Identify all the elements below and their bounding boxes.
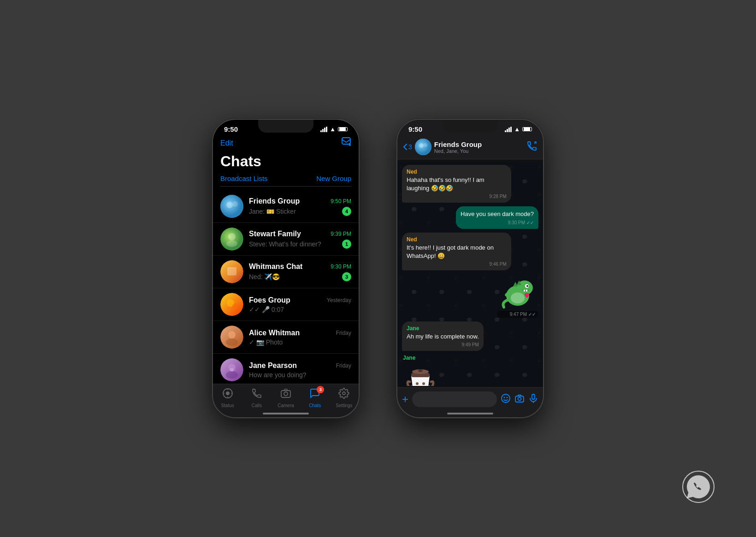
- svg-point-31: [419, 143, 424, 148]
- chat-item-jane-pearson[interactable]: Jane Pearson Friday How are you doing?: [213, 354, 359, 386]
- msg-sender-ned: Ned: [407, 169, 507, 175]
- svg-rect-10: [227, 267, 236, 275]
- tab-settings[interactable]: Settings: [330, 388, 359, 408]
- chat-detail-info: Friends Group Ned, Jane, You: [434, 140, 524, 154]
- signal-bar: [505, 130, 506, 132]
- mic-button[interactable]: [528, 393, 538, 405]
- whatsapp-logo-svg: [682, 471, 715, 503]
- signal-bar-4: [326, 127, 327, 132]
- camera-input-button[interactable]: [514, 393, 525, 405]
- chat-time: Friday: [336, 362, 351, 369]
- sticker-button[interactable]: [501, 393, 511, 405]
- msg-sender-jane-sticker: Jane: [402, 355, 439, 361]
- chat-top-row: Stewart Family 9:39 PM: [249, 230, 351, 238]
- svg-marker-40: [513, 282, 518, 286]
- svg-point-43: [511, 292, 525, 304]
- message-ned-1: Ned Hahaha that's so funny!! I am laughi…: [402, 165, 511, 203]
- chat-preview: ✓ 📷 Photo: [249, 339, 283, 346]
- chat-item-whitmans[interactable]: Whitmans Chat 9:30 PM Ned: ✈️😎 3: [213, 256, 359, 288]
- chat-top-row: Jane Pearson Friday: [249, 362, 351, 370]
- msg-sender-jane: Jane: [407, 325, 479, 332]
- chat-bottom-row: How are you doing?: [249, 371, 351, 379]
- chat-badge: 4: [342, 207, 351, 216]
- chat-badge: 1: [342, 239, 351, 249]
- chats-title: Chats: [220, 153, 351, 173]
- chat-list: Friends Group 9:50 PM Jane: 🎫 Sticker 4: [213, 190, 359, 386]
- status-icons-left: ▲: [320, 126, 348, 133]
- sticker-dino: 9:47 PM ✓✓: [497, 274, 538, 318]
- calls-tab-icon: [251, 388, 262, 402]
- plus-button[interactable]: +: [402, 393, 408, 406]
- chat-time: 9:39 PM: [331, 231, 351, 237]
- wifi-icon: ▲: [330, 126, 336, 133]
- right-phone: 9:50 ▲: [396, 119, 544, 418]
- chat-preview: How are you doing?: [249, 371, 307, 379]
- svg-point-16: [226, 339, 238, 346]
- svg-point-28: [284, 392, 288, 396]
- back-button[interactable]: 3: [403, 143, 412, 151]
- phones-container: 9:50 ▲ Edit: [212, 119, 544, 418]
- signal-bars: [320, 127, 327, 132]
- chat-preview: ✓✓ 🎤 0:07: [249, 306, 284, 313]
- tab-status[interactable]: Status: [213, 388, 242, 408]
- signal-bar-3: [324, 128, 325, 132]
- right-phone-screen: 9:50 ▲: [397, 120, 543, 417]
- compose-button[interactable]: [341, 137, 351, 149]
- chat-content-whitmans: Whitmans Chat 9:30 PM Ned: ✈️😎 3: [249, 263, 351, 281]
- msg-time-jane-1: 9:49 PM: [407, 342, 479, 347]
- svg-point-49: [422, 382, 425, 385]
- chat-preview: Jane: 🎫 Sticker: [249, 208, 296, 215]
- edit-button[interactable]: Edit: [220, 139, 233, 147]
- svg-point-8: [226, 240, 237, 247]
- tab-camera[interactable]: Camera: [271, 388, 300, 408]
- battery-fill: [339, 128, 346, 131]
- msg-time-ned-2: 9:46 PM: [407, 262, 507, 267]
- chat-item-alice-whitman[interactable]: Alice Whitman Friday ✓ 📷 Photo: [213, 321, 359, 354]
- svg-point-13: [232, 303, 238, 309]
- avatar-jane-pearson: [220, 358, 243, 381]
- tab-calls[interactable]: Calls: [242, 388, 271, 408]
- chat-top-row: Alice Whitman Friday: [249, 329, 351, 337]
- new-group-link[interactable]: New Group: [316, 175, 351, 182]
- messages-area: Ned Hahaha that's so funny!! I am laughi…: [397, 161, 543, 386]
- chat-item-friends-group[interactable]: Friends Group 9:50 PM Jane: 🎫 Sticker 4: [213, 190, 359, 223]
- sticker-coffee: Jane: [402, 355, 439, 386]
- message-input[interactable]: [412, 391, 497, 407]
- back-count: 3: [408, 143, 412, 151]
- svg-point-37: [526, 285, 528, 287]
- chat-name: Foes Group: [249, 296, 290, 304]
- chat-content-friends-group: Friends Group 9:50 PM Jane: 🎫 Sticker 4: [249, 197, 351, 216]
- coffee-svg: [404, 364, 437, 386]
- avatar-alice-whitman: [220, 326, 243, 349]
- svg-rect-38: [524, 290, 525, 292]
- avatar-foes-group: [220, 293, 243, 316]
- signal-bar: [508, 128, 510, 132]
- chat-name: Stewart Family: [249, 230, 301, 238]
- signal-bar: [510, 127, 512, 132]
- tab-chats[interactable]: 3 Chats: [301, 388, 330, 408]
- svg-point-48: [416, 382, 419, 385]
- svg-point-4: [226, 202, 233, 208]
- whatsapp-logo: [682, 471, 715, 505]
- chat-top-row: Foes Group Yesterday: [249, 296, 351, 304]
- msg-text-ned-1: Hahaha that's so funny!! I am laughing 🤣…: [407, 176, 507, 193]
- message-jane-1: Jane Ah my life is complete now. 9:49 PM: [402, 321, 484, 351]
- chat-item-foes-group[interactable]: Foes Group Yesterday ✓✓ 🎤 0:07: [213, 288, 359, 321]
- chat-content-jane: Jane Pearson Friday How are you doing?: [249, 362, 351, 379]
- chat-item-stewart-family[interactable]: Stewart Family 9:39 PM Steve: What's for…: [213, 223, 359, 256]
- settings-tab-icon: [338, 388, 349, 402]
- svg-rect-45: [411, 374, 430, 377]
- status-time-right: 9:50: [408, 125, 422, 133]
- chat-time: Yesterday: [327, 297, 351, 304]
- msg-time-ned-1: 9:28 PM: [407, 194, 507, 199]
- broadcast-lists-link[interactable]: Broadcast Lists: [220, 175, 268, 182]
- camera-tab-icon: [280, 388, 291, 402]
- chat-top-row: Whitmans Chat 9:30 PM: [249, 263, 351, 271]
- chats-header: Edit Chats Broadcast Lists New Group: [213, 135, 359, 190]
- tab-chats-label: Chats: [309, 403, 321, 408]
- left-phone: 9:50 ▲ Edit: [212, 119, 360, 418]
- tab-camera-label: Camera: [278, 403, 294, 408]
- svg-point-51: [504, 397, 505, 398]
- battery-fill-right: [524, 128, 530, 131]
- call-button[interactable]: [526, 140, 537, 154]
